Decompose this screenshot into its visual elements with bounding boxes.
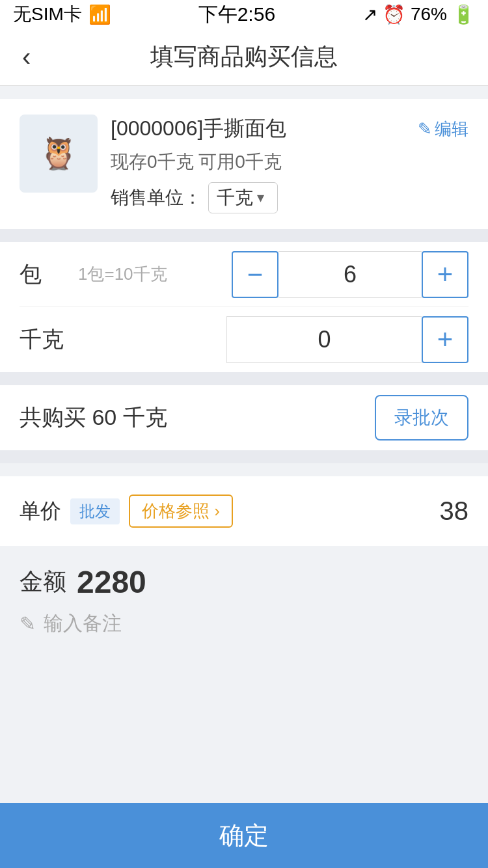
pack-hint: 1包=10千克: [78, 263, 167, 286]
alarm-icon: ⏰: [383, 4, 405, 25]
unit-prefix: 销售单位：: [111, 185, 202, 210]
status-bar: 无SIM卡 📶 下午2:56 ↗ ⏰ 76% 🔋: [0, 0, 488, 29]
battery-label: 76%: [411, 4, 447, 25]
product-logo: 🦉: [39, 135, 78, 172]
amount-section: 金额 2280 ✎ 输入备注: [0, 546, 488, 647]
edit-button[interactable]: ✎ 编辑: [418, 118, 468, 141]
pencil-icon: ✎: [20, 612, 36, 635]
section-separator-3: [0, 450, 488, 463]
record-batch-button[interactable]: 录批次: [375, 395, 468, 441]
kg-label: 千克: [20, 325, 72, 355]
price-ref-label: 价格参照 ›: [142, 500, 220, 522]
confirm-button-label: 确定: [219, 819, 269, 852]
quantity-section: 包 1包=10千克 − + 千克 +: [0, 242, 488, 372]
kg-controls: +: [226, 316, 468, 363]
price-label: 单价: [20, 497, 61, 526]
total-section: 共购买 60 千克 录批次: [0, 385, 488, 450]
pack-minus-button[interactable]: −: [232, 251, 278, 298]
kg-quantity-input[interactable]: [226, 316, 422, 363]
amount-value: 2280: [77, 564, 146, 600]
battery-icon: 🔋: [452, 4, 475, 25]
status-time: 下午2:56: [198, 1, 275, 28]
status-right: ↗ ⏰ 76% 🔋: [362, 4, 475, 25]
total-label: 共购买 60 千克: [20, 403, 167, 433]
unit-dropdown-icon: ▾: [257, 189, 264, 206]
pack-row: 包 1包=10千克 − +: [20, 242, 468, 307]
section-separator-2: [0, 372, 488, 385]
unit-selector[interactable]: 千克 ▾: [208, 182, 278, 213]
price-reference-button[interactable]: 价格参照 ›: [129, 495, 233, 528]
price-section: 单价 批发 价格参照 › 38: [0, 476, 488, 546]
price-type-badge: 批发: [70, 498, 120, 524]
product-unit-row: 销售单位： 千克 ▾: [111, 182, 468, 213]
note-row[interactable]: ✎ 输入备注: [20, 610, 468, 637]
kg-plus-button[interactable]: +: [422, 316, 468, 363]
section-separator-1: [0, 229, 488, 242]
location-icon: ↗: [362, 4, 377, 25]
page-title: 填写商品购买信息: [150, 41, 338, 73]
pack-quantity-input[interactable]: [278, 251, 422, 298]
pack-label: 包: [20, 260, 72, 290]
product-info: [0000006]手撕面包 ✎ 编辑 现存0千克 可用0千克 销售单位： 千克 …: [111, 115, 468, 213]
wifi-icon: 📶: [88, 4, 111, 25]
unit-value: 千克: [217, 185, 253, 210]
back-button[interactable]: ‹: [16, 36, 37, 78]
product-image: 🦉: [20, 115, 98, 193]
pack-plus-button[interactable]: +: [422, 251, 468, 298]
price-value: 38: [440, 496, 469, 526]
nav-bar: ‹ 填写商品购买信息: [0, 29, 488, 86]
confirm-button[interactable]: 确定: [0, 803, 488, 868]
product-stock: 现存0千克 可用0千克: [111, 150, 468, 174]
product-name-row: [0000006]手撕面包 ✎ 编辑: [111, 115, 468, 143]
amount-row: 金额 2280: [20, 564, 468, 600]
status-left: 无SIM卡 📶: [13, 2, 111, 27]
carrier-label: 无SIM卡: [13, 2, 82, 27]
edit-icon: ✎: [418, 119, 432, 139]
edit-label: 编辑: [435, 118, 468, 141]
amount-label: 金额: [20, 566, 66, 598]
product-card: 🦉 [0000006]手撕面包 ✎ 编辑 现存0千克 可用0千克 销售单位： 千…: [0, 99, 488, 229]
kg-row: 千克 +: [20, 307, 468, 372]
product-name: [0000006]手撕面包: [111, 115, 286, 143]
note-label: 输入备注: [44, 610, 122, 637]
pack-controls: − +: [232, 251, 468, 298]
